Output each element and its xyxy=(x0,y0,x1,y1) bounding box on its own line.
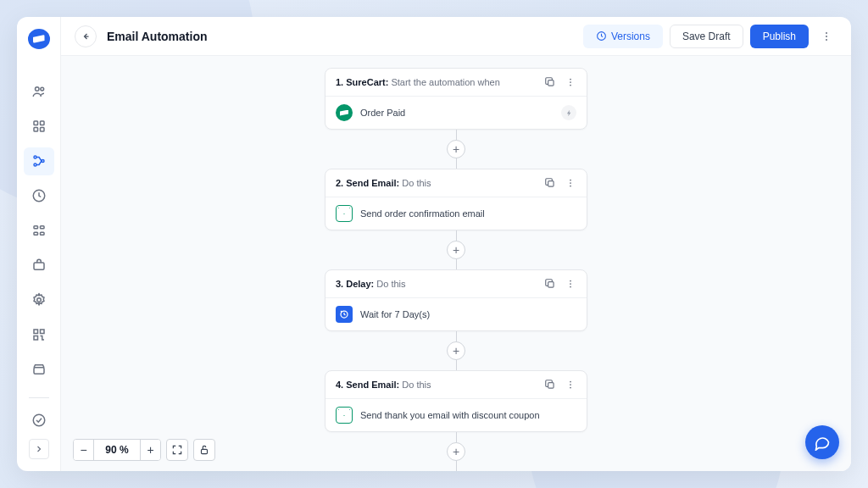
check-circle-icon xyxy=(31,413,47,428)
nav-archive[interactable] xyxy=(24,356,54,384)
step-header: 2. Send Email: Do this xyxy=(326,169,587,197)
app-logo[interactable] xyxy=(28,29,50,49)
svg-point-20 xyxy=(33,414,45,426)
flow-canvas[interactable]: 1. SureCart: Start the automation whenOr… xyxy=(61,56,851,471)
svg-rect-4 xyxy=(34,128,38,132)
dots-vertical-icon xyxy=(565,76,576,88)
svg-rect-17 xyxy=(40,330,44,334)
svg-rect-11 xyxy=(40,226,44,229)
versions-label: Versions xyxy=(611,30,650,42)
flow-step[interactable]: 3. Delay: Do thisWait for 7 Day(s) xyxy=(325,269,587,331)
connector: + xyxy=(447,130,465,169)
unlock-icon xyxy=(198,444,210,456)
versions-button[interactable]: Versions xyxy=(583,25,663,48)
add-step-button[interactable]: + xyxy=(447,341,465,360)
svg-point-31 xyxy=(570,182,571,184)
step-body[interactable]: Wait for 7 Day(s) xyxy=(326,298,587,330)
main-area: Email Automation Versions Save Draft Pub… xyxy=(61,17,851,471)
grid-icon xyxy=(31,119,47,134)
sidebar-collapse-button[interactable] xyxy=(29,439,49,459)
step-actions xyxy=(544,76,576,88)
svg-point-15 xyxy=(36,298,41,302)
nav-cart[interactable] xyxy=(24,252,54,280)
chat-icon xyxy=(814,434,831,451)
nav-apps[interactable] xyxy=(24,113,54,141)
svg-rect-33 xyxy=(548,282,554,287)
duplicate-step-button[interactable] xyxy=(544,379,556,391)
step-body[interactable]: Order Paid xyxy=(326,97,587,129)
save-draft-button[interactable]: Save Draft xyxy=(670,25,743,48)
step-header: 1. SureCart: Start the automation when xyxy=(326,69,587,97)
duplicate-step-button[interactable] xyxy=(544,177,556,189)
svg-point-35 xyxy=(570,283,571,285)
surecart-icon xyxy=(336,104,353,121)
topbar-menu[interactable] xyxy=(815,25,837,47)
chat-help-button[interactable] xyxy=(805,425,839,459)
nav-history[interactable] xyxy=(24,182,54,210)
sidebar xyxy=(17,17,61,471)
svg-point-32 xyxy=(570,186,571,187)
step-description: Send thank you email with discount coupo… xyxy=(360,410,540,420)
nav-automation[interactable] xyxy=(24,147,54,175)
step-header: 3. Delay: Do this xyxy=(326,270,587,298)
email-icon xyxy=(336,205,353,222)
dots-vertical-icon xyxy=(565,278,576,290)
nav-qr[interactable] xyxy=(24,321,54,349)
flow-root: 1. SureCart: Start the automation whenOr… xyxy=(325,68,587,471)
users-icon xyxy=(31,84,47,99)
step-menu-button[interactable] xyxy=(565,278,576,290)
back-button[interactable] xyxy=(75,25,97,47)
nav-settings[interactable] xyxy=(24,286,54,314)
svg-point-40 xyxy=(570,384,571,385)
publish-button[interactable]: Publish xyxy=(750,25,809,48)
fit-view-button[interactable] xyxy=(166,439,188,461)
svg-point-26 xyxy=(570,79,571,80)
svg-rect-29 xyxy=(548,181,554,186)
step-title: 2. Send Email: Do this xyxy=(336,178,431,188)
bolt-icon xyxy=(565,109,573,117)
nav-modules[interactable] xyxy=(24,217,54,245)
svg-point-23 xyxy=(826,36,827,37)
step-body[interactable]: Send order confirmation email xyxy=(326,197,587,230)
duplicate-step-button[interactable] xyxy=(544,76,556,88)
clock-icon xyxy=(596,30,607,42)
svg-point-27 xyxy=(570,81,571,83)
add-step-button[interactable]: + xyxy=(447,140,465,158)
step-menu-button[interactable] xyxy=(565,379,576,391)
step-title: 4. Send Email: Do this xyxy=(336,380,431,390)
nav-status[interactable] xyxy=(24,405,54,435)
step-menu-button[interactable] xyxy=(565,76,576,88)
add-step-button[interactable]: + xyxy=(447,241,465,259)
duplicate-step-button[interactable] xyxy=(544,278,556,290)
step-body[interactable]: Send thank you email with discount coupo… xyxy=(326,399,587,431)
zoom-out-button[interactable]: − xyxy=(74,440,94,460)
flow-step[interactable]: 4. Send Email: Do thisSend thank you ema… xyxy=(325,370,587,432)
step-menu-button[interactable] xyxy=(565,177,576,189)
chevron-right-icon xyxy=(34,444,44,454)
svg-rect-25 xyxy=(548,80,554,86)
svg-rect-12 xyxy=(34,233,38,236)
step-title: 1. SureCart: Start the automation when xyxy=(336,77,500,87)
step-actions xyxy=(544,177,576,189)
zoom-value: 90 % xyxy=(94,440,140,460)
svg-point-30 xyxy=(570,180,571,181)
svg-point-41 xyxy=(570,387,571,389)
svg-rect-2 xyxy=(34,121,38,125)
delay-icon xyxy=(336,306,353,323)
svg-point-7 xyxy=(34,164,36,166)
svg-point-36 xyxy=(570,286,571,288)
copy-icon xyxy=(544,177,556,189)
nav-contacts[interactable] xyxy=(24,78,54,106)
zoom-in-button[interactable]: + xyxy=(140,440,160,460)
flow-step[interactable]: 2. Send Email: Do thisSend order confirm… xyxy=(325,169,587,230)
add-step-button[interactable]: + xyxy=(447,442,465,461)
connector: + xyxy=(447,230,465,269)
svg-rect-18 xyxy=(34,336,38,341)
step-description: Wait for 7 Day(s) xyxy=(360,309,430,319)
publish-label: Publish xyxy=(763,30,796,42)
connector: + xyxy=(447,331,465,370)
dots-vertical-icon xyxy=(565,379,576,391)
clock-icon xyxy=(31,188,47,203)
lock-view-button[interactable] xyxy=(193,439,215,461)
flow-step[interactable]: 1. SureCart: Start the automation whenOr… xyxy=(325,68,587,130)
